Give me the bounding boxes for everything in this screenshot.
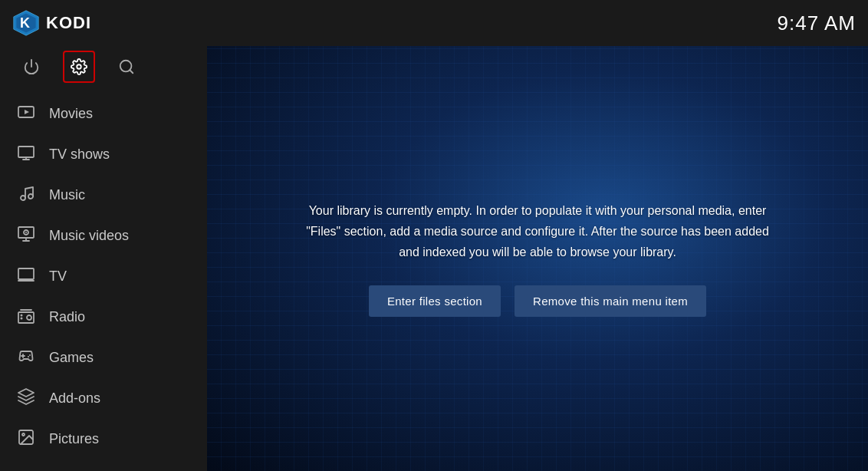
- nav-games[interactable]: Games: [0, 338, 207, 378]
- remove-menu-item-button[interactable]: Remove this main menu item: [515, 285, 706, 317]
- logo-area: K KODI: [12, 9, 778, 37]
- games-icon: [15, 347, 37, 369]
- svg-rect-19: [18, 268, 34, 279]
- action-buttons: Enter files section Remove this main men…: [369, 285, 706, 317]
- sidebar: Movies TV shows: [0, 46, 207, 471]
- pictures-label: Pictures: [49, 431, 99, 447]
- radio-icon: [15, 306, 37, 328]
- music-icon: [15, 184, 37, 206]
- top-bar: K KODI 9:47 AM: [0, 0, 868, 46]
- svg-point-22: [27, 315, 31, 320]
- app-container: K KODI 9:47 AM: [0, 0, 868, 471]
- nav-add-ons[interactable]: Add-ons: [0, 378, 207, 419]
- main-layout: Movies TV shows: [0, 46, 868, 471]
- tv-shows-label: TV shows: [49, 147, 110, 163]
- svg-point-29: [22, 433, 25, 436]
- nav-movies[interactable]: Movies: [0, 94, 207, 134]
- radio-label: Radio: [49, 309, 85, 325]
- svg-point-18: [25, 232, 27, 233]
- add-ons-icon: [15, 387, 37, 410]
- svg-point-25: [29, 354, 31, 356]
- tv-icon: [15, 265, 37, 288]
- tv-label: TV: [49, 268, 67, 285]
- svg-marker-27: [18, 389, 34, 397]
- nav-music[interactable]: Music: [0, 175, 207, 216]
- nav-music-videos[interactable]: Music videos: [0, 216, 207, 256]
- kodi-title: KODI: [46, 13, 91, 33]
- library-empty-message: Your library is currently empty. In orde…: [300, 200, 775, 263]
- add-ons-label: Add-ons: [49, 390, 100, 407]
- time-display: 9:47 AM: [778, 12, 856, 35]
- content-inner: Your library is currently empty. In orde…: [207, 46, 868, 471]
- svg-point-4: [77, 64, 81, 69]
- svg-point-12: [21, 196, 25, 200]
- power-button[interactable]: [15, 51, 48, 83]
- music-videos-label: Music videos: [49, 228, 129, 244]
- games-label: Games: [49, 350, 94, 366]
- nav-tv-shows[interactable]: TV shows: [0, 134, 207, 175]
- search-button[interactable]: [110, 51, 143, 83]
- sidebar-icons-row: [0, 46, 207, 94]
- kodi-logo-icon: K: [12, 9, 40, 37]
- movies-icon: [15, 103, 37, 125]
- svg-rect-9: [18, 147, 34, 157]
- nav-tv[interactable]: TV: [0, 256, 207, 297]
- svg-line-6: [130, 70, 133, 73]
- music-videos-icon: [15, 225, 37, 247]
- music-label: Music: [49, 187, 85, 203]
- nav-pictures[interactable]: Pictures: [0, 419, 207, 459]
- settings-button[interactable]: [63, 51, 95, 83]
- svg-text:K: K: [20, 15, 30, 31]
- content-area: Your library is currently empty. In orde…: [207, 46, 868, 471]
- tv-shows-icon: [15, 143, 37, 166]
- nav-radio[interactable]: Radio: [0, 297, 207, 338]
- svg-point-26: [28, 356, 29, 357]
- pictures-icon: [15, 428, 37, 450]
- enter-files-button[interactable]: Enter files section: [369, 285, 501, 317]
- svg-marker-8: [25, 110, 29, 114]
- movies-label: Movies: [49, 106, 93, 122]
